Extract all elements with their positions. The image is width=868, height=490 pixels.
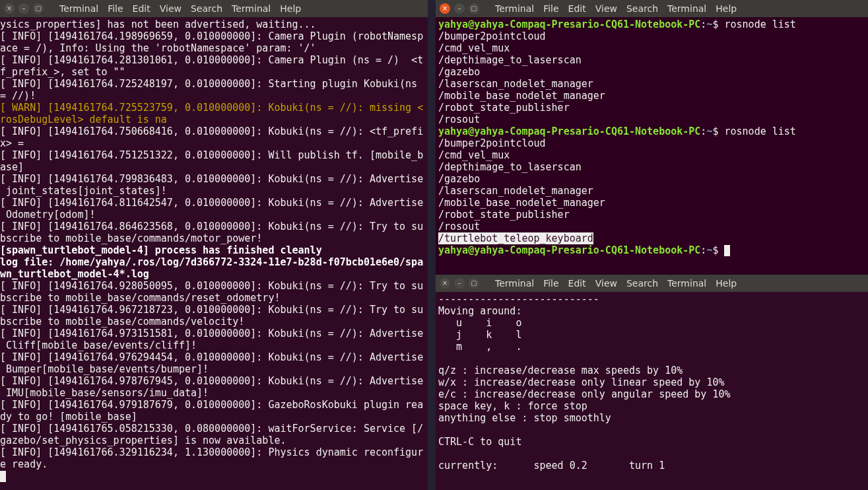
desktop: × – ▢ Terminal File Edit View Search Ter… [0,0,868,490]
terminal-output[interactable]: yahya@yahya-Compaq-Presario-CQ61-Noteboo… [436,17,868,275]
menu-edit[interactable]: Edit [133,3,150,15]
terminal-window-2[interactable]: × – ▢ Terminal File Edit View Search Ter… [436,0,868,275]
terminal-window-1[interactable]: × – ▢ Terminal File Edit View Search Ter… [0,0,428,490]
menu-search[interactable]: Search [626,277,658,289]
menu-help[interactable]: Help [280,3,301,15]
menu-edit[interactable]: Edit [568,3,586,15]
maximize-icon[interactable]: ▢ [33,3,44,14]
window-divider [428,0,436,490]
menu-edit[interactable]: Edit [568,277,586,289]
menu-file[interactable]: File [108,3,123,15]
menu-file[interactable]: File [543,277,558,289]
window-controls: × – ▢ [4,3,44,14]
close-icon[interactable]: × [440,278,450,289]
menu-file[interactable]: File [543,3,558,15]
menu-terminal[interactable]: Terminal [495,277,534,289]
maximize-icon[interactable]: ▢ [469,3,479,14]
menu-terminal2[interactable]: Terminal [232,3,271,15]
menu-search[interactable]: Search [191,3,222,15]
menu-view[interactable]: View [595,3,617,15]
terminal-output[interactable]: ---------------------------Moving around… [436,292,868,490]
menu-view[interactable]: View [160,3,182,15]
window-controls: × – ▢ [440,278,479,289]
maximize-icon[interactable]: ▢ [469,278,479,289]
terminal-window-3[interactable]: × – ▢ Terminal File Edit View Search Ter… [436,275,868,490]
close-icon[interactable]: × [4,3,15,14]
menu-help[interactable]: Help [716,277,737,289]
terminal-output[interactable]: ysics_properties] has not been advertise… [0,17,428,490]
menubar: × – ▢ Terminal File Edit View Search Ter… [0,0,428,17]
minimize-icon[interactable]: – [18,3,29,14]
menu-terminal2[interactable]: Terminal [667,277,706,289]
menu-search[interactable]: Search [626,3,658,15]
menu-terminal[interactable]: Terminal [495,3,534,15]
menu-terminal[interactable]: Terminal [59,3,98,15]
window-controls: × – ▢ [440,3,479,14]
menu-help[interactable]: Help [716,3,737,15]
menubar: × – ▢ Terminal File Edit View Search Ter… [436,275,868,292]
close-icon[interactable]: × [440,3,450,14]
minimize-icon[interactable]: – [454,3,465,14]
menubar: × – ▢ Terminal File Edit View Search Ter… [436,0,868,17]
minimize-icon[interactable]: – [454,278,465,289]
menu-terminal2[interactable]: Terminal [667,3,706,15]
menu-view[interactable]: View [595,277,617,289]
